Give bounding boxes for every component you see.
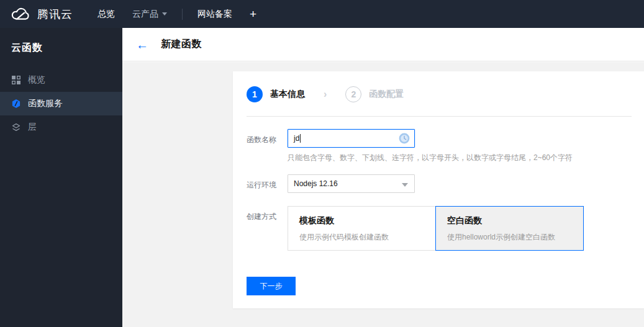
back-arrow-icon[interactable]: ← (136, 38, 148, 51)
option-blank-function[interactable]: 空白函数 使用helloworld示例创建空白函数 (435, 206, 584, 251)
function-hexagon-icon (11, 99, 21, 109)
sidebar-item-label: 概览 (28, 74, 45, 86)
nav-item-products[interactable]: 云产品 (124, 9, 176, 20)
caret-down-icon (162, 12, 167, 16)
creation-method-options: 模板函数 使用示例代码模板创建函数 空白函数 使用helloworld示例创建空… (288, 206, 584, 251)
step-2-label: 函数配置 (369, 89, 404, 100)
sidebar-item-label: 函数服务 (28, 98, 63, 109)
brand-name: 腾讯云 (37, 7, 73, 22)
option-template-function[interactable]: 模板函数 使用示例代码模板创建函数 (288, 206, 436, 251)
runtime-label: 运行环境 (247, 174, 288, 193)
grid-icon (11, 75, 21, 85)
top-navbar: 腾讯云 总览 云产品 网站备案 + (0, 0, 644, 28)
brand-logo[interactable]: 腾讯云 (10, 7, 73, 22)
step-1-circle: 1 (247, 86, 263, 102)
sidebar-item-layers[interactable]: 层 (0, 115, 122, 139)
sidebar-title: 云函数 (0, 28, 122, 55)
function-name-row: 函数名称 jd (247, 129, 632, 163)
function-name-field-wrap: jd 只能包含字母、数字、下划线、连字符，以字母开头，以数字或字母结尾，2~6 (288, 129, 573, 163)
step-separator-icon: › (324, 89, 327, 100)
content-area: 1 基本信息 › 2 函数配置 函数名称 jd (122, 62, 644, 327)
sidebar: 云函数 概览 (0, 28, 122, 327)
tencent-cloud-console: 腾讯云 总览 云产品 网站备案 + 云函数 概览 (0, 0, 644, 327)
option-title: 空白函数 (447, 215, 583, 226)
option-title: 模板函数 (299, 215, 435, 226)
text-cursor (300, 134, 301, 143)
sidebar-item-functions[interactable]: 函数服务 (0, 92, 122, 115)
card-divider (247, 116, 632, 117)
function-name-hint: 只能包含字母、数字、下划线、连字符，以字母开头，以数字或字母结尾，2~60个字符 (288, 153, 573, 163)
creation-method-label: 创建方式 (247, 206, 288, 251)
step-2-circle: 2 (345, 86, 361, 102)
cloud-logo-icon (10, 7, 31, 22)
sidebar-item-overview[interactable]: 概览 (0, 68, 122, 92)
runtime-select[interactable]: Nodejs 12.16 (288, 174, 415, 193)
creation-method-row: 创建方式 模板函数 使用示例代码模板创建函数 空白函数 使用helloworld… (247, 206, 632, 251)
page-header: ← 新建函数 (122, 28, 644, 61)
create-function-form: 函数名称 jd (247, 129, 632, 295)
nav-item-overview[interactable]: 总览 (89, 9, 124, 20)
sidebar-item-label: 层 (28, 122, 37, 133)
page-title: 新建函数 (161, 38, 202, 51)
runtime-select-value: Nodejs 12.16 (294, 179, 338, 188)
add-tab-icon[interactable]: + (241, 7, 265, 21)
function-name-input[interactable]: jd (288, 129, 415, 148)
function-name-label: 函数名称 (247, 129, 288, 163)
nav-divider (182, 9, 183, 20)
step-indicator: 1 基本信息 › 2 函数配置 (247, 86, 632, 102)
sidebar-menu: 概览 函数服务 层 (0, 68, 122, 139)
nav-item-icp[interactable]: 网站备案 (189, 9, 241, 20)
create-function-card: 1 基本信息 › 2 函数配置 函数名称 jd (233, 71, 644, 308)
step-1-label: 基本信息 (270, 89, 305, 100)
layers-icon (11, 122, 21, 132)
clock-icon (399, 133, 410, 146)
option-desc: 使用helloworld示例创建空白函数 (447, 232, 583, 243)
runtime-row: 运行环境 Nodejs 12.16 (247, 174, 632, 193)
option-desc: 使用示例代码模板创建函数 (299, 232, 435, 243)
next-step-button[interactable]: 下一步 (247, 277, 296, 295)
select-caret-icon (402, 183, 408, 187)
function-name-value: jd (294, 134, 299, 143)
nav-menu: 总览 云产品 网站备案 + (89, 7, 265, 21)
